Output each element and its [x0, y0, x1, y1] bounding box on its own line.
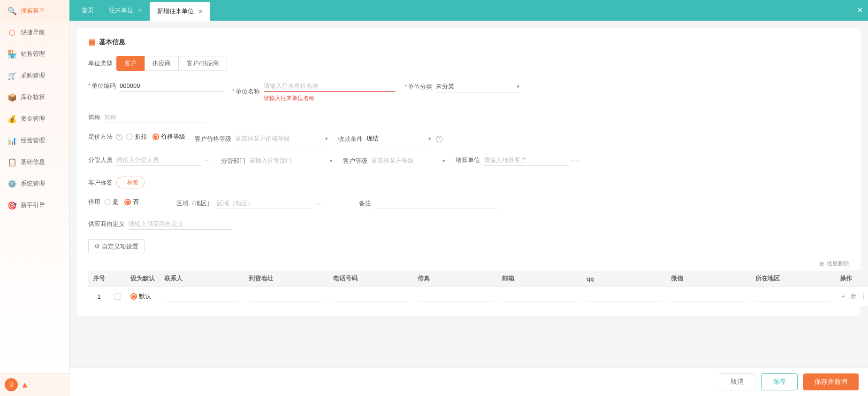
- sidebar-item-inventory[interactable]: 📦 库存核算: [0, 86, 69, 108]
- customer-level-label: 客户等级: [343, 157, 367, 165]
- tab-new-partner-close[interactable]: ✕: [198, 8, 203, 15]
- customer-level-field: 客户等级 请选择客户等级 ▼: [343, 155, 446, 167]
- sidebar-item-search[interactable]: 🔍 搜索菜单: [0, 0, 69, 22]
- supervisor-dept-field: 分管部门 请输入分管部门 ▼: [221, 155, 334, 167]
- col-phone: 电话号码: [328, 271, 413, 287]
- tab-new-partner[interactable]: 新增往来单位 ✕: [150, 2, 210, 21]
- row-checkbox[interactable]: [114, 293, 121, 300]
- payment-terms-select[interactable]: 现结 ▼: [366, 132, 432, 145]
- row-default-radio[interactable]: 默认: [130, 292, 155, 301]
- supplier-custom-input[interactable]: [129, 218, 232, 230]
- radio-disabled-yes-label: 是: [113, 198, 119, 206]
- unit-code-input[interactable]: [120, 80, 223, 92]
- search-icon: 🔍: [8, 6, 17, 16]
- tab-home[interactable]: 首页: [74, 0, 101, 21]
- payment-terms-value: 现结: [366, 134, 426, 143]
- unit-type-row: 单位类型 客户 供应商 客户/供应商: [88, 56, 849, 71]
- settlement-unit-more-icon[interactable]: ···: [572, 156, 579, 164]
- row-delete-button[interactable]: 🗑: [850, 293, 857, 300]
- pricing-method-label: 定价方法 ?: [88, 132, 122, 141]
- customer-level-value: 请选择客户等级: [371, 156, 440, 165]
- tab-partner-label: 往来单位: [109, 6, 133, 15]
- avatar: U: [5, 378, 18, 391]
- col-checkbox: [110, 271, 126, 287]
- sidebar-item-sales[interactable]: 🏪 销售管理: [0, 43, 69, 65]
- radio-disabled-no-label: 否: [133, 198, 139, 206]
- supervisor-label: 分管人员: [88, 156, 113, 164]
- supervisor-more-icon[interactable]: ···: [205, 156, 212, 164]
- remark-input[interactable]: [375, 198, 497, 209]
- batch-delete-icon: 🗑: [819, 261, 825, 267]
- supervisor-dept-select[interactable]: 请输入分管部门 ▼: [249, 155, 334, 167]
- col-address: 到货地址: [244, 271, 328, 287]
- row-fax-input[interactable]: [418, 291, 493, 302]
- customer-price-level-select[interactable]: 请选择客户价格等级 ▼: [235, 132, 329, 145]
- remark-label: 备注: [359, 199, 371, 208]
- supervisor-dept-value: 请输入分管部门: [249, 156, 327, 165]
- sidebar-item-quicknav[interactable]: ⬡ 快捷导航: [0, 22, 69, 43]
- unit-name-input[interactable]: [264, 80, 395, 92]
- sidebar-item-system-label: 系统管理: [21, 179, 45, 188]
- purchase-icon: 🛒: [8, 71, 17, 80]
- contacts-table: 序号 设为默认 联系人 到货地址 电话号码 传真 邮箱 qq 微信 所在地区 操…: [88, 271, 868, 306]
- sidebar-item-purchase[interactable]: 🛒 采购管理: [0, 65, 69, 86]
- sidebar-item-finance[interactable]: 💰 资金管理: [0, 108, 69, 130]
- row-email-input[interactable]: [502, 291, 577, 302]
- cancel-button[interactable]: 取消: [719, 373, 755, 390]
- add-tag-button[interactable]: + 标签: [116, 177, 145, 188]
- radio-disabled-no[interactable]: 否: [124, 198, 139, 206]
- radio-discount[interactable]: 折扣: [126, 132, 147, 141]
- customer-level-select[interactable]: 请选择客户等级 ▼: [371, 155, 446, 167]
- supervisor-dept-arrow: ▼: [329, 158, 334, 163]
- table-section: ⚙ 自定义项设置 🗑 批量删除 序号 设为默认 联系人 到货地: [88, 239, 849, 306]
- batch-delete-button[interactable]: 🗑 批量删除: [819, 260, 849, 268]
- save-add-button[interactable]: 保存并新增: [803, 373, 859, 390]
- unit-btn-customer[interactable]: 客户: [116, 56, 145, 71]
- radio-disabled-no-circle: [124, 199, 131, 205]
- sidebar-item-guide[interactable]: 🎯 新手引导: [0, 194, 69, 216]
- supplier-custom-row: 供应商自定义: [88, 218, 849, 230]
- short-name-input[interactable]: [104, 112, 207, 123]
- row-address-input[interactable]: [249, 291, 324, 302]
- supplier-custom-label: 供应商自定义: [88, 220, 125, 228]
- row-checkbox-cell: [110, 287, 126, 306]
- tab-home-label: 首页: [82, 6, 94, 15]
- sidebar-item-operations[interactable]: 📊 经营管理: [0, 130, 69, 151]
- supervisor-row: 分管人员 ··· 分管部门 请输入分管部门 ▼ 客户等级 请选择客户等级 ▼: [88, 155, 849, 167]
- sidebar-item-system[interactable]: ⚙️ 系统管理: [0, 173, 69, 194]
- unit-btn-both[interactable]: 客户/供应商: [179, 56, 227, 71]
- unit-name-label: *单位名称: [232, 87, 260, 96]
- save-button[interactable]: 保存: [761, 373, 798, 390]
- pricing-help-icon[interactable]: ?: [116, 134, 122, 140]
- col-region: 所在地区: [751, 271, 835, 287]
- custom-setting-button[interactable]: ⚙ 自定义项设置: [88, 239, 145, 254]
- radio-disabled-yes[interactable]: 是: [104, 198, 119, 206]
- sidebar-item-basic[interactable]: 📋 基础信息: [0, 151, 69, 173]
- disabled-radio: 是 否: [104, 198, 139, 206]
- row-wechat-input[interactable]: [671, 291, 746, 302]
- payment-terms-arrow: ▼: [427, 136, 432, 141]
- settlement-unit-input[interactable]: [484, 155, 568, 166]
- region-more-icon[interactable]: ···: [314, 200, 321, 207]
- basic-icon: 📋: [8, 157, 17, 167]
- radio-price-level[interactable]: 价格等级: [152, 132, 185, 141]
- tab-partner-close[interactable]: ✕: [138, 8, 142, 14]
- payment-help-icon[interactable]: ?: [436, 136, 442, 142]
- tab-partner[interactable]: 往来单位 ✕: [101, 0, 150, 21]
- row-default-cell: 默认: [126, 287, 160, 306]
- row-scroll-button[interactable]: ⋮: [860, 293, 867, 300]
- unit-category-select[interactable]: 未分类 ▼: [436, 80, 520, 93]
- row-qq-input[interactable]: [586, 291, 662, 302]
- supervisor-input[interactable]: [116, 155, 201, 166]
- form-card: ▣ 基本信息 单位类型 客户 供应商 客户/供应商 *单位编: [77, 28, 860, 316]
- radio-discount-label: 折扣: [135, 132, 147, 141]
- unit-btn-supplier[interactable]: 供应商: [145, 56, 179, 71]
- row-contact-input[interactable]: [164, 291, 239, 302]
- row-phone-input[interactable]: [333, 291, 408, 302]
- table-row: 1 默认: [88, 287, 868, 306]
- row-add-button[interactable]: ＋: [840, 292, 846, 301]
- sidebar-item-quicknav-label: 快捷导航: [21, 28, 45, 37]
- region-input[interactable]: [217, 198, 311, 209]
- tab-bar-close-all[interactable]: ✕: [856, 5, 863, 16]
- row-location-input[interactable]: [755, 291, 830, 302]
